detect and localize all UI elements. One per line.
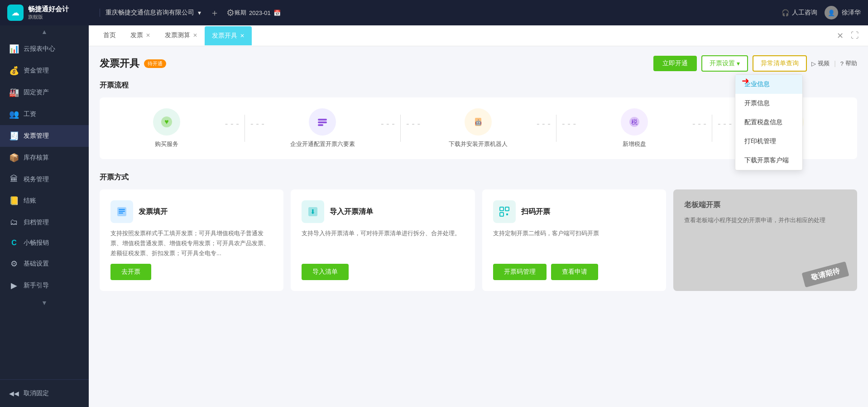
sidebar-item-guding[interactable]: 🏭 固定资产 <box>0 82 89 103</box>
user-info[interactable]: 👤 徐泽华 <box>825 6 861 19</box>
company-dropdown-icon: ▾ <box>198 9 201 16</box>
method-icon-scan <box>493 200 516 223</box>
tab-fapiao-cesuan[interactable]: 发票测算 ✕ <box>158 26 205 46</box>
sidebar-item-label: 发票管理 <box>24 132 49 140</box>
flow-divider-1 <box>245 115 245 142</box>
dropdown-item-tax-disk[interactable]: 配置税盘信息 <box>735 113 802 132</box>
logo-icon: ☁ <box>7 5 24 21</box>
logo-area: ☁ 畅捷通好会计 旗舰版 <box>7 5 96 21</box>
tab-window-controls: ✕ ⛶ <box>835 29 861 43</box>
fill-invoice-button[interactable]: 去开票 <box>110 264 151 280</box>
method-card-scan: 扫码开票 支持定制开票二维码，客户端可扫码开票 开票码管理 查看申请 <box>482 189 666 291</box>
sidebar-item-xinshou[interactable]: ▶ 新手引导 <box>0 275 89 296</box>
settings-icon[interactable]: ⚙ <box>226 7 235 18</box>
company-selector[interactable]: 重庆畅捷交通信息咨询有限公司 ▾ <box>100 9 206 17</box>
avatar: 👤 <box>825 6 838 19</box>
flow-icon-config <box>309 108 336 136</box>
sidebar-item-yunbao[interactable]: 📊 云报表中心 <box>0 38 89 60</box>
sidebar-item-fapiao[interactable]: 🧾 发票管理 <box>0 125 89 147</box>
import-list-button[interactable]: 导入清单 <box>302 264 349 280</box>
sidebar-item-label: 云报表中心 <box>24 45 55 53</box>
help-button[interactable]: ? 帮助 <box>840 59 857 68</box>
flow-icon-buy: ♥ <box>153 108 180 136</box>
settings-button[interactable]: 开票设置 ▾ <box>701 55 748 72</box>
flow-divider-4 <box>712 115 712 142</box>
sidebar-item-kucun[interactable]: 📦 库存核算 <box>0 147 89 169</box>
page-title-area: 发票开具 待开通 <box>100 57 166 70</box>
top-right: 🎧 人工咨询 👤 徐泽华 <box>782 6 861 19</box>
method-icon-import: ⬇ <box>302 200 324 223</box>
tab-cesuan-close[interactable]: ✕ <box>193 32 197 39</box>
calendar-icon[interactable]: 📅 <box>273 10 281 16</box>
method-card-fill: 发票填开 支持按照发票样式手工填开发票；可开具增值税电子普通发票、增值税普通发票… <box>100 189 283 291</box>
gongzi-icon: 👥 <box>9 109 19 119</box>
flow-arrow-4: - - - <box>406 119 420 138</box>
svg-text:♥: ♥ <box>165 118 169 126</box>
page-title: 发票开具 <box>100 57 139 70</box>
support-button[interactable]: 🎧 人工咨询 <box>782 9 817 17</box>
sidebar-item-gongzi[interactable]: 👥 工资 <box>0 103 89 125</box>
method-header-fill: 发票填开 <box>110 200 273 223</box>
qr-manage-button[interactable]: 开票码管理 <box>493 264 547 280</box>
method-title-import: 导入开票清单 <box>330 207 373 217</box>
sidebar-item-label: 新手引导 <box>24 281 49 290</box>
svg-rect-14 <box>119 213 123 213</box>
maximize-button[interactable]: ⛶ <box>849 29 861 43</box>
xinshou-icon: ▶ <box>9 281 19 291</box>
tab-home[interactable]: 首页 <box>96 26 123 46</box>
flow-divider-2 <box>400 115 401 142</box>
svg-rect-17 <box>500 207 504 211</box>
flow-arrow-2: - - - <box>250 119 264 138</box>
dropdown-item-printer[interactable]: 打印机管理 <box>735 132 802 151</box>
sidebar-item-jichu[interactable]: ⚙ 基础设置 <box>0 253 89 275</box>
close-tab-button[interactable]: ✕ <box>835 29 845 43</box>
sidebar-item-label: 税务管理 <box>24 175 49 184</box>
sidebar-item-label: 资金管理 <box>24 67 49 75</box>
tab-kaiju-close[interactable]: ✕ <box>240 33 245 39</box>
flow-label-taxdisk: 新增税盘 <box>623 140 646 148</box>
sidebar-bottom: ◀◀ 取消固定 <box>0 379 89 407</box>
main-area: ▲ 📊 云报表中心 💰 资金管理 🏭 固定资产 👥 工资 🧾 发票管理 <box>0 25 868 407</box>
flow-icon-taxdisk: 税 <box>621 108 648 136</box>
page-content: 发票开具 待开通 立即开通 开票设置 ▾ 异常清单查询 ▷ 视频 <box>89 46 868 407</box>
tab-fapiao-close[interactable]: ✕ <box>146 32 150 39</box>
tab-fapiao[interactable]: 发票 ✕ <box>123 26 158 46</box>
cancel-pin-button[interactable]: ◀◀ 取消固定 <box>0 383 89 403</box>
activate-button[interactable]: 立即开通 <box>653 56 697 71</box>
methods-section: 开票方式 发票填开 支持按照发票样式手工填开发票；可开具增值税电子普通发票、增值… <box>100 173 857 291</box>
view-apply-button[interactable]: 查看申请 <box>551 264 598 280</box>
sidebar-item-shuiwu[interactable]: 🏛 税务管理 <box>0 169 89 190</box>
tab-fapiao-kaiju[interactable]: 发票开具 ✕ <box>205 26 252 45</box>
flow-arrow-1: - - - <box>225 119 239 138</box>
abnormal-list-button[interactable]: 异常清单查询 <box>753 55 807 72</box>
xiaochang-icon: C <box>9 239 19 247</box>
scan-buttons: 开票码管理 查看申请 <box>493 264 655 280</box>
content-area: 首页 发票 ✕ 发票测算 ✕ 发票开具 ✕ ✕ ⛶ <box>89 25 868 407</box>
svg-rect-18 <box>505 207 509 211</box>
method-title-fill: 发票填开 <box>139 207 168 217</box>
sidebar-item-xiaochang[interactable]: C 小畅报销 <box>0 233 89 253</box>
flow-arrow-6: - - - <box>562 119 576 138</box>
dropdown-item-download-client[interactable]: 下载开票客户端 <box>735 151 802 170</box>
sidebar-item-guidang[interactable]: 🗂 归档管理 <box>0 212 89 233</box>
flow-item-taxdisk: 税 新增税盘 <box>578 108 691 148</box>
svg-rect-12 <box>119 209 125 210</box>
sidebar-item-zijin[interactable]: 💰 资金管理 <box>0 60 89 82</box>
sidebar-scroll-up[interactable]: ▲ <box>0 25 89 38</box>
flow-arrow-3: - - - <box>381 119 395 138</box>
video-button[interactable]: ▷ 视频 <box>811 59 830 68</box>
sidebar-item-label: 结账 <box>24 197 36 205</box>
method-card-boss: 老板端开票 查看老板端小程序提交的开票申请，并作出相应的处理 敬请期待 <box>673 189 857 291</box>
jichu-icon: ⚙ <box>9 259 19 269</box>
methods-section-title: 开票方式 <box>100 173 857 182</box>
zijin-icon: 💰 <box>9 66 19 76</box>
flow-icon-download: 🤖 <box>465 108 492 136</box>
sidebar-item-label: 基础设置 <box>24 260 49 268</box>
add-icon[interactable]: ＋ <box>210 7 219 19</box>
sidebar-item-jiezhang[interactable]: 📒 结账 <box>0 190 89 212</box>
sidebar-scroll-down[interactable]: ▼ <box>0 296 89 309</box>
dropdown-item-invoice-info[interactable]: 开票信息 <box>735 94 802 113</box>
sidebar: ▲ 📊 云报表中心 💰 资金管理 🏭 固定资产 👥 工资 🧾 发票管理 <box>0 25 89 407</box>
cloud-icon: ☁ <box>11 8 19 18</box>
svg-text:⬇: ⬇ <box>310 208 316 215</box>
